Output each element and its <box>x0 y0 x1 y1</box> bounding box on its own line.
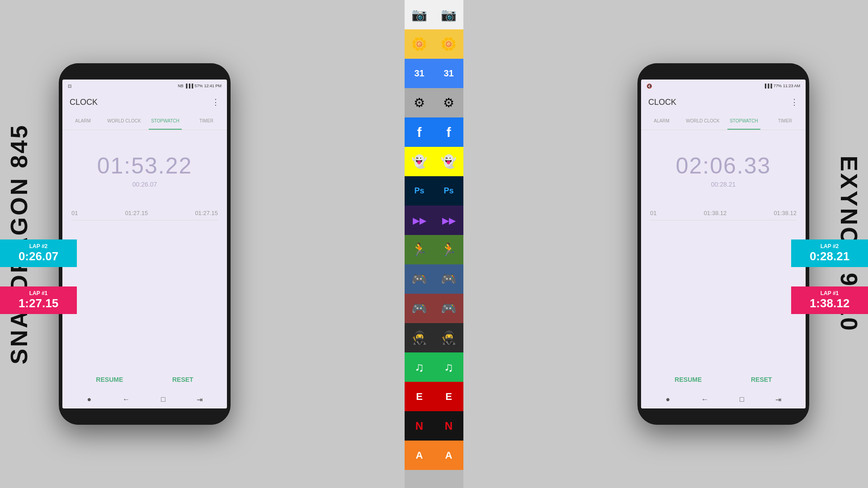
right-nav-back[interactable]: ← <box>701 395 708 404</box>
app-icon-pleco-right[interactable]: 🌼 <box>434 29 463 59</box>
app-icon-camera-right[interactable]: 📷 <box>434 0 463 29</box>
app-row-photoshop: Ps Ps <box>405 176 463 206</box>
app-icon-subway-right[interactable]: 🏃 <box>434 235 463 264</box>
app-icon-netflix-left[interactable]: N <box>405 411 434 441</box>
app-icon-netflix-right[interactable]: N <box>434 411 463 441</box>
app-icon-settings-left[interactable]: ⚙ <box>405 88 434 117</box>
app-row-netflix: N N <box>405 411 463 441</box>
app-icon-ninja-right[interactable]: 🥷 <box>434 323 463 352</box>
left-main-time: 01:53.22 <box>97 153 193 179</box>
app-icon-subway-left[interactable]: 🏃 <box>405 235 434 264</box>
app-icon-facebook-right[interactable]: f <box>434 117 463 147</box>
left-nav-home[interactable]: ● <box>87 395 91 404</box>
app-icon-camera-left[interactable]: 📷 <box>405 0 434 29</box>
left-more-icon[interactable]: ⋮ <box>212 97 220 107</box>
right-app-title: CLOCK <box>648 98 790 107</box>
right-phone-bottom <box>637 408 809 425</box>
left-lap-total-1: 01:27.15 <box>195 210 218 216</box>
right-lap1-value: 1:38.12 <box>797 296 863 310</box>
app-icon-settings-right[interactable]: ⚙ <box>434 88 463 117</box>
app-icon-ninja-left[interactable]: 🥷 <box>405 323 434 352</box>
left-status-icon: ⊡ <box>68 84 71 89</box>
right-lap-time-1: 01:38.12 <box>704 210 727 216</box>
app-icon-game1-right[interactable]: 🎮 <box>434 264 463 294</box>
right-reset-button[interactable]: RESET <box>751 376 772 383</box>
right-phone-wrapper: 🔇 ▐▐▐ 77% 11:23 AM CLOCK ⋮ ALARM WORLD C… <box>637 23 809 465</box>
right-tab-alarm[interactable]: ALARM <box>641 112 682 130</box>
left-app-title: CLOCK <box>70 98 212 107</box>
app-icon-music-left[interactable]: ▶▶ <box>405 206 434 235</box>
app-icon-game2-left[interactable]: 🎮 <box>405 294 434 323</box>
left-lap1-label: LAP #1 <box>5 290 71 296</box>
right-main-time: 02:06.33 <box>676 153 771 179</box>
left-phone-top <box>59 63 231 80</box>
app-icon-game2-right[interactable]: 🎮 <box>434 294 463 323</box>
right-nav-home[interactable]: ● <box>665 395 670 404</box>
app-icon-snapchat-left[interactable]: 👻 <box>405 147 434 176</box>
app-icon-audible-right[interactable]: A <box>434 441 463 470</box>
app-icon-pleco-left[interactable]: 🌼 <box>405 29 434 59</box>
right-more-icon[interactable]: ⋮ <box>790 97 798 107</box>
app-icon-espn-right[interactable]: E <box>434 382 463 411</box>
right-status-right: ▐▐▐ 77% 11:23 AM <box>764 84 800 88</box>
left-tab-timer[interactable]: TIMER <box>186 112 227 130</box>
left-phone-screen: ⊡ NB ▐▐▐ 57% 12:41 PM CLOCK ⋮ ALARM WORL… <box>62 80 227 408</box>
left-lap2-value: 0:26.07 <box>5 249 71 263</box>
left-app-header: CLOCK ⋮ <box>62 92 227 112</box>
left-tab-worldclock[interactable]: WORLD CLOCK <box>104 112 145 130</box>
app-icon-photoshop-left[interactable]: Ps <box>405 176 434 206</box>
right-lap1-label: LAP #1 <box>797 290 863 296</box>
app-icon-espn-left[interactable]: E <box>405 382 434 411</box>
left-tab-stopwatch[interactable]: STOPWATCH <box>145 112 186 130</box>
right-lap2-label: LAP #2 <box>797 243 863 249</box>
right-nav-recents[interactable]: □ <box>740 395 744 404</box>
app-row-ninja: 🥷 🥷 <box>405 323 463 352</box>
right-status-bar: 🔇 ▐▐▐ 77% 11:23 AM <box>641 80 806 92</box>
left-reset-button[interactable]: RESET <box>172 376 193 383</box>
app-icon-music-right[interactable]: ▶▶ <box>434 206 463 235</box>
left-time: 12:41 PM <box>204 84 222 88</box>
left-nav-extra[interactable]: ⇥ <box>197 395 203 404</box>
left-status-right: NB ▐▐▐ 57% 12:41 PM <box>178 84 222 88</box>
left-tab-alarm[interactable]: ALARM <box>62 112 104 130</box>
app-row-facebook: f f <box>405 117 463 147</box>
right-lap2-value: 0:28.21 <box>797 249 863 263</box>
app-icon-snapchat-right[interactable]: 👻 <box>434 147 463 176</box>
right-notch <box>696 67 750 75</box>
right-tab-worldclock[interactable]: WORLD CLOCK <box>682 112 723 130</box>
right-app-header: CLOCK ⋮ <box>641 92 806 112</box>
app-icon-facebook-left[interactable]: f <box>405 117 434 147</box>
right-status-left: 🔇 <box>646 84 652 89</box>
app-row-game1: 🎮 🎮 <box>405 264 463 294</box>
app-strip: 📷 📷 🌼 🌼 31 31 ⚙ ⚙ f f 👻 👻 Ps Ps ▶▶ ▶▶ 🏃 … <box>405 0 463 488</box>
left-phone: ⊡ NB ▐▐▐ 57% 12:41 PM CLOCK ⋮ ALARM WORL… <box>59 63 231 425</box>
app-icon-audible-left[interactable]: A <box>405 441 434 470</box>
right-lap-total-1: 01:38.12 <box>774 210 797 216</box>
right-signal: ▐▐▐ <box>764 84 772 88</box>
app-icon-spotify-right[interactable]: ♫ <box>434 352 463 382</box>
right-tab-timer[interactable]: TIMER <box>764 112 806 130</box>
right-lap-num-1: 01 <box>650 210 656 216</box>
left-nav-bar: ● ← □ ⇥ <box>62 390 227 408</box>
left-resume-button[interactable]: RESUME <box>96 376 123 383</box>
right-phone-screen: 🔇 ▐▐▐ 77% 11:23 AM CLOCK ⋮ ALARM WORLD C… <box>641 80 806 408</box>
app-row-pleco: 🌼 🌼 <box>405 29 463 59</box>
left-nav-recents[interactable]: □ <box>161 395 165 404</box>
app-icon-photoshop-right[interactable]: Ps <box>434 176 463 206</box>
left-lap2-label: LAP #2 <box>5 243 71 249</box>
right-nav-extra[interactable]: ⇥ <box>775 395 781 404</box>
app-icon-calendar-left[interactable]: 31 <box>405 59 434 88</box>
right-resume-button[interactable]: RESUME <box>675 376 702 383</box>
right-lap-row-1: 01 01:38.12 01:38.12 <box>650 206 797 221</box>
left-nav-back[interactable]: ← <box>123 395 130 404</box>
app-row-snapchat: 👻 👻 <box>405 147 463 176</box>
app-icon-game1-left[interactable]: 🎮 <box>405 264 434 294</box>
left-lap-time-1: 01:27.15 <box>125 210 148 216</box>
right-tab-stopwatch[interactable]: STOPWATCH <box>723 112 764 130</box>
app-icon-spotify-left[interactable]: ♫ <box>405 352 434 382</box>
right-tab-bar: ALARM WORLD CLOCK STOPWATCH TIMER <box>641 112 806 130</box>
right-lap-list: 01 01:38.12 01:38.12 <box>641 188 806 221</box>
app-row-music: ▶▶ ▶▶ <box>405 206 463 235</box>
left-bottom-buttons: RESUME RESET <box>62 369 227 390</box>
app-icon-calendar-right[interactable]: 31 <box>434 59 463 88</box>
